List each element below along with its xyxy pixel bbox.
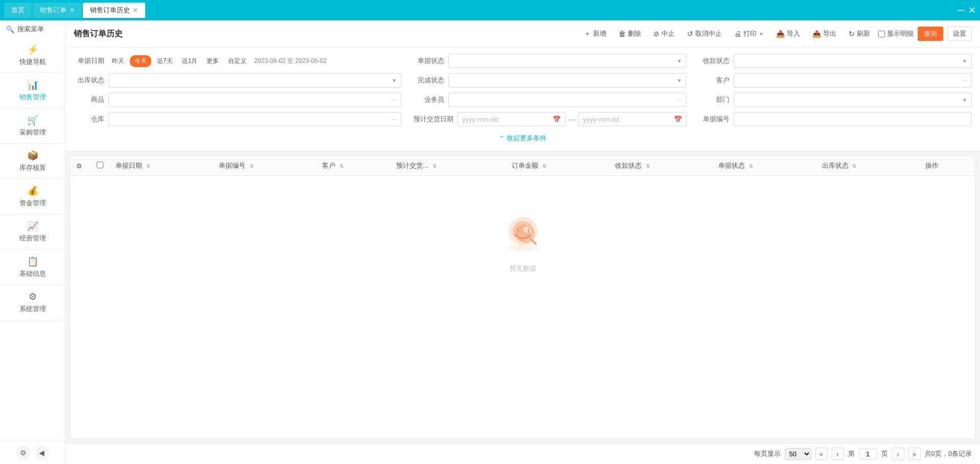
new-button[interactable]: ＋ 新增 [580, 27, 610, 40]
col-payment-status-label: 收款状态 [615, 162, 642, 169]
sidebar: 🔍 搜索菜单 ⚡ 快捷导航 📊 销售管理 🛒 采购管理 📦 库存核算 💰 资金管… [0, 20, 65, 464]
refresh-icon: ↻ [849, 30, 855, 38]
customer-more-icon[interactable]: ··· [962, 77, 967, 84]
col-date[interactable]: 单据日期 ⇅ [109, 156, 213, 176]
col-delivery-status[interactable]: 出库状态 ⇅ [816, 156, 919, 176]
search-icon: 🔍 [6, 26, 14, 33]
salesperson-more-icon[interactable]: ··· [677, 96, 682, 103]
base-info-icon: 📋 [27, 256, 38, 267]
stop-button[interactable]: ⊘ 中止 [649, 27, 679, 40]
sidebar-item-finance[interactable]: 💰 资金管理 [0, 179, 65, 214]
tab-sales-order-history[interactable]: 销售订单历史 ✕ [83, 3, 145, 18]
next-page-button[interactable]: › [892, 448, 904, 460]
sidebar-collapse-btn[interactable]: ◀ [35, 446, 49, 460]
order-number-input[interactable] [738, 116, 967, 123]
customer-control[interactable]: ··· [734, 73, 972, 87]
expected-date-end-input[interactable] [583, 116, 672, 123]
filter-order-status-item: 单据状态 ▼ [414, 54, 687, 68]
prev-page-button[interactable]: ‹ [832, 448, 844, 460]
minimize-icon[interactable]: ─ [958, 5, 964, 16]
calendar-start-icon[interactable]: 📅 [553, 116, 561, 123]
date-btn-today[interactable]: 今天 [130, 55, 151, 67]
refresh-button[interactable]: ↻ 刷新 [845, 27, 874, 40]
import-button[interactable]: 📥 导入 [772, 27, 804, 40]
tab-home-label: 首页 [11, 6, 25, 15]
tab-sales-order[interactable]: 销售订单 ✕ [33, 3, 82, 18]
warehouse-more-icon[interactable]: ··· [392, 116, 397, 123]
col-payment-status[interactable]: 收款状态 ⇅ [609, 156, 712, 176]
print-arrow-icon: ▼ [759, 31, 764, 37]
filter-row-2: 出库状态 ▼ 完成状态 ▼ 客户 [74, 73, 972, 87]
tab-home[interactable]: 首页 [4, 3, 32, 18]
print-label: 打印 [743, 29, 757, 38]
expected-date-start-control[interactable]: 📅 [458, 112, 566, 126]
sidebar-item-quick-nav[interactable]: ⚡ 快捷导航 [0, 38, 65, 73]
tab-sales-order-label: 销售订单 [40, 6, 66, 15]
order-number-control[interactable] [734, 112, 972, 126]
filter-delivery-status-item: 出库状态 ▼ [74, 73, 401, 87]
payment-status-control[interactable]: ▼ [734, 54, 972, 68]
date-btn-1month[interactable]: 近1月 [178, 55, 201, 67]
sidebar-search[interactable]: 🔍 搜索菜单 [0, 20, 65, 38]
first-page-button[interactable]: « [815, 448, 828, 460]
sidebar-item-operations[interactable]: 📈 经营管理 [0, 214, 65, 250]
filter-row-1: 单据日期 昨天 今天 近7天 近1月 更多 自定义 2023-06-02 至 2… [74, 54, 972, 68]
col-expected-date-label: 预计交货... [396, 162, 428, 169]
product-control[interactable]: ··· [108, 93, 401, 107]
page-size-select[interactable]: 10 20 50 100 [785, 448, 811, 460]
collapse-button[interactable]: ⌃ 收起更多条件 [74, 131, 972, 145]
delete-button[interactable]: 🗑 删除 [614, 27, 645, 40]
toolbar: ＋ 新增 🗑 删除 ⊘ 中止 ↺ 取消中止 🖨 打印 [580, 27, 972, 41]
product-more-icon[interactable]: ··· [392, 96, 397, 103]
select-all-checkbox[interactable] [97, 162, 103, 168]
table-checkbox-header[interactable] [90, 156, 109, 176]
delivery-status-control[interactable]: ▼ [108, 73, 401, 87]
filter-warehouse-item: 仓库 ··· [74, 112, 401, 126]
empty-text: 暂无数据 [510, 264, 536, 273]
display-detail: 显示明细 [878, 29, 914, 38]
page-number-input[interactable] [859, 449, 877, 459]
calendar-end-icon[interactable]: 📅 [674, 116, 682, 123]
col-expected-date[interactable]: 预计交货... ⇅ [390, 156, 506, 176]
import-label: 导入 [787, 29, 800, 38]
sidebar-item-purchase-mgmt[interactable]: 🛒 采购管理 [0, 108, 65, 144]
table-body: 暂无数据 [70, 176, 975, 304]
sidebar-item-base-info[interactable]: 📋 基础信息 [0, 250, 65, 285]
col-number[interactable]: 单据编号 ⇅ [213, 156, 316, 176]
sidebar-item-inventory[interactable]: 📦 库存核算 [0, 144, 65, 179]
export-button[interactable]: 📤 导出 [808, 27, 840, 40]
expected-date-start-input[interactable] [462, 116, 551, 123]
sidebar-item-sales-mgmt[interactable]: 📊 销售管理 [0, 73, 65, 108]
table-header: ⚙ 单据日期 ⇅ 单据编号 ⇅ 客户 ⇅ [70, 156, 975, 176]
sidebar-item-sales-mgmt-label: 销售管理 [19, 93, 46, 102]
order-status-control[interactable]: ▼ [448, 54, 687, 68]
date-btn-custom[interactable]: 自定义 [224, 55, 250, 67]
sidebar-item-system[interactable]: ⚙ 系统管理 [0, 285, 65, 320]
department-control[interactable]: ▼ [734, 93, 972, 107]
last-page-button[interactable]: » [908, 448, 921, 460]
sidebar-item-finance-label: 资金管理 [19, 198, 46, 208]
col-amount-label: 订单金额 [512, 162, 538, 169]
tab-sales-order-history-close[interactable]: ✕ [133, 7, 138, 14]
sidebar-settings-btn[interactable]: ⚙ [16, 446, 31, 460]
expected-date-end-control[interactable]: 📅 [578, 112, 687, 126]
query-button[interactable]: 查询 [918, 27, 943, 41]
delivery-status-arrow-icon: ▼ [392, 78, 397, 83]
col-customer[interactable]: 客户 ⇅ [316, 156, 390, 176]
table-gear-header[interactable]: ⚙ [70, 156, 90, 176]
salesperson-control[interactable]: ··· [448, 93, 687, 107]
settings-button[interactable]: 设置 [947, 27, 972, 41]
date-btn-yesterday[interactable]: 昨天 [108, 55, 128, 67]
print-button[interactable]: 🖨 打印 ▼ [730, 27, 768, 40]
col-amount[interactable]: 订单金额 ⇅ [506, 156, 609, 176]
close-icon[interactable]: ✕ [968, 5, 976, 16]
date-btn-more[interactable]: 更多 [203, 55, 222, 67]
col-order-status[interactable]: 单据状态 ⇅ [712, 156, 815, 176]
display-detail-checkbox[interactable] [878, 31, 885, 37]
tab-sales-order-close[interactable]: ✕ [70, 7, 75, 14]
warehouse-control[interactable]: ··· [108, 112, 401, 126]
stop-icon: ⊘ [653, 30, 659, 38]
date-btn-7days[interactable]: 近7天 [153, 55, 176, 67]
cancel-stop-button[interactable]: ↺ 取消中止 [683, 27, 726, 40]
complete-status-control[interactable]: ▼ [448, 73, 687, 87]
